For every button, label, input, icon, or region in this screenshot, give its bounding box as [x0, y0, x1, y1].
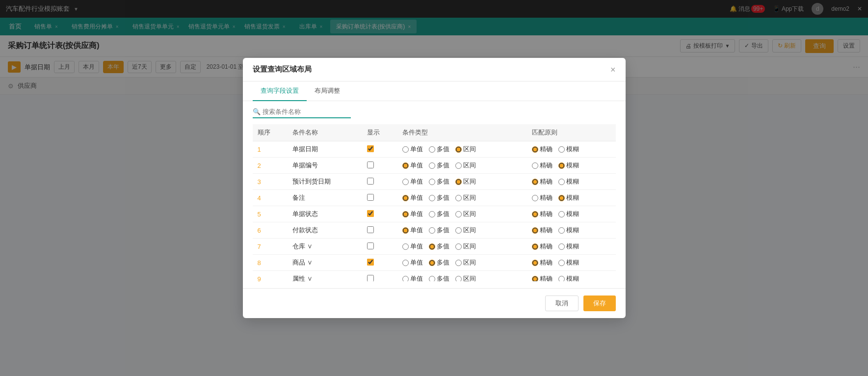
- dialog-title: 设置查询区域布局: [253, 65, 312, 74]
- settings-dialog: 设置查询区域布局 × 查询字段设置 布局调整 🔍 顺序 条件名称: [243, 58, 626, 95]
- tab-layout-adjust[interactable]: 布局调整: [307, 81, 348, 95]
- tab-query-fields[interactable]: 查询字段设置: [253, 81, 307, 95]
- dialog-tabs: 查询字段设置 布局调整: [243, 81, 626, 95]
- dialog-header: 设置查询区域布局 ×: [243, 58, 626, 81]
- dialog-close-btn[interactable]: ×: [610, 65, 616, 74]
- modal-overlay: 设置查询区域布局 × 查询字段设置 布局调整 🔍 顺序 条件名称: [0, 0, 868, 95]
